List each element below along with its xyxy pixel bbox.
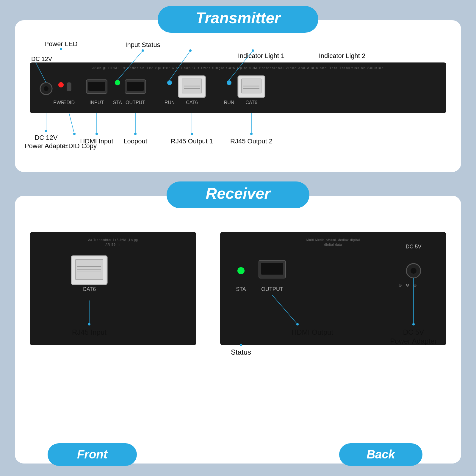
rx-hdmi-out[interactable] [259, 260, 286, 278]
rx-pin [77, 272, 101, 272]
hdmi-output-port[interactable] [125, 80, 146, 93]
transmitter-card [15, 20, 461, 172]
input-port-label: INPUT [90, 100, 104, 105]
transmitter-title: Transmitter [195, 9, 281, 26]
dc5v-device-label: DC 5V [405, 244, 421, 250]
rx-dc-center: ⊙ [406, 283, 409, 287]
back-label: Back [367, 448, 395, 461]
dc12v-line [36, 62, 46, 83]
dc5v-annotation: DC 5V [403, 328, 424, 336]
status-dot [240, 344, 242, 346]
rx-back-brand2: digital data [324, 243, 342, 246]
rj45-out2-inner [242, 79, 261, 93]
edid-copy-dot [73, 133, 76, 135]
rj45-input-annotation: RJ45 Input [72, 328, 107, 336]
indicator1-annotation: Indicator Light 1 [238, 52, 285, 60]
rj45-pin [243, 88, 259, 89]
transmitter-badge [158, 6, 318, 33]
hdmi-input-dot [95, 133, 98, 135]
input-status-line [118, 51, 143, 80]
hdmi-out-dot [296, 323, 299, 325]
indicator2-line [229, 51, 253, 80]
front-badge [48, 443, 137, 466]
pwr-led-glow [58, 82, 64, 87]
indicator1-dot [189, 49, 192, 52]
dc-jack-inner [44, 86, 48, 91]
hdmi-out-line [272, 295, 298, 324]
hdmi-out-annotation: HDMI Output [292, 328, 333, 336]
dc12v-top-annotation: DC 12V [31, 56, 52, 62]
dc-adapter-annotation2: Power Adapter [25, 142, 68, 150]
hdmi-input-annotation: HDMI Input [80, 137, 113, 145]
dc-adapter-annotation: DC 12V [35, 134, 57, 141]
rx-back-device [220, 232, 446, 345]
receiver-title: Receiver [206, 185, 271, 202]
status-annotation: Status [231, 348, 251, 356]
run2-label: RUN [224, 100, 234, 105]
power-led-annotation: Power LED [44, 40, 77, 48]
rj45-out2-annotation: RJ45 Output 2 [230, 137, 273, 145]
hdmi-output-inner [127, 82, 144, 91]
loopout-dot [134, 133, 137, 135]
rx-rj45-front[interactable] [71, 256, 107, 284]
rx-dc-jack-inner [411, 268, 416, 274]
rj45-pin [243, 85, 259, 85]
receiver-card [15, 196, 461, 464]
run-led-2 [227, 80, 231, 85]
edid-label: EDID [63, 100, 75, 105]
dc-jack [40, 83, 52, 95]
run-led-1 [167, 80, 172, 85]
run1-label: RUN [165, 100, 175, 105]
sta-led [115, 80, 120, 85]
rx-rj45-inner [76, 259, 103, 280]
pwr-label: PWR [53, 100, 64, 105]
rx-dc-minus: ⊖ [398, 283, 402, 287]
rj45-input-dot [88, 323, 90, 325]
rx-output-label: OUTPUT [261, 286, 283, 292]
rj45-pin [184, 85, 200, 85]
edid-copy-annotation: EDID Copy [64, 142, 97, 150]
rj45-pin [184, 88, 200, 89]
hdmi-input-port[interactable] [86, 80, 107, 93]
rx-front-brand: Aa Transmitter 1+5-9/8/1,Ls gg [88, 238, 138, 242]
rx-status-led [237, 267, 245, 274]
tx-device-body [30, 62, 446, 113]
rx-back-brand: Multi Media <Hdmi-Media> digital [306, 238, 360, 242]
power-led-dot [60, 48, 62, 50]
cat6-1-label: CAT6 [186, 100, 198, 105]
rx-front-brand2: AR-B9nln [106, 243, 121, 246]
output-port-label: OUTPUT [126, 100, 145, 105]
indicator2-dot [252, 49, 254, 52]
edid-copy-line [69, 113, 74, 134]
rx-dc-jack [406, 264, 421, 278]
indicator1-line [170, 51, 190, 80]
dc5v-annotation2: Power Adapter [390, 337, 437, 345]
rj45-out1-inner [182, 79, 202, 93]
dc5v-dot [412, 323, 415, 325]
rx-sta-label: STA [236, 286, 246, 292]
rj45-pin [243, 87, 259, 87]
rx-pin [77, 266, 101, 267]
receiver-badge [167, 181, 309, 208]
loopout-annotation: Loopout [123, 137, 147, 145]
front-label: Front [77, 448, 108, 461]
pwr-led [58, 82, 64, 87]
rx-hdmi-out-inner [261, 263, 283, 275]
rx-cat6-label: CAT6 [83, 286, 96, 292]
rx-front-device [30, 232, 196, 345]
rx-dc-plus: ⊕ [413, 283, 417, 287]
rj45-out1-dot [191, 133, 193, 135]
rj45-out2[interactable] [238, 76, 265, 97]
dc-adapter-dot [45, 130, 47, 132]
rj45-out1[interactable] [178, 76, 205, 97]
rx-pin [77, 269, 101, 270]
hdmi-input-inner [88, 82, 105, 91]
rj45-pin [184, 87, 200, 87]
back-badge [339, 443, 422, 466]
edid-button[interactable] [67, 83, 71, 91]
input-status-dot [142, 49, 144, 52]
rj45-out1-annotation: RJ45 Output 1 [171, 137, 213, 145]
sta-label: STA [113, 100, 122, 105]
input-status-annotation: Input Status [125, 41, 160, 48]
cat6-2-label: CAT6 [245, 100, 257, 105]
